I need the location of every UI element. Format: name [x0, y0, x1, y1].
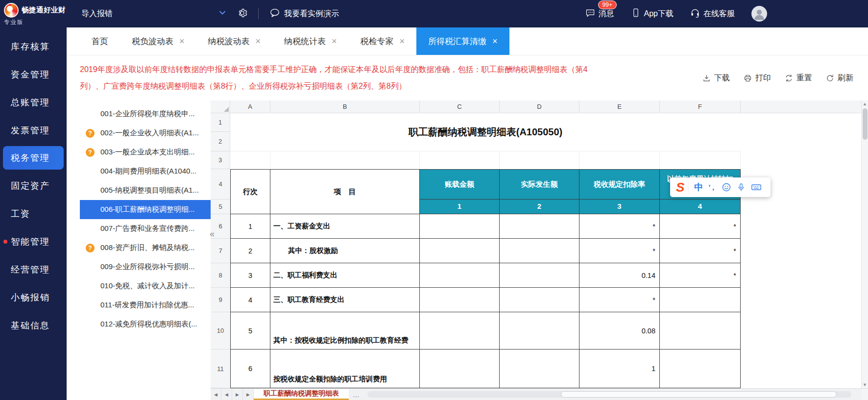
cell-C11[interactable] — [420, 350, 500, 388]
tab-close-icon[interactable]: × — [256, 37, 261, 46]
sheet-more-button[interactable]: … — [349, 389, 363, 400]
report-item-3[interactable]: 004-期间费用明细表(A1040... — [80, 162, 211, 181]
header-data-col-1[interactable]: 实际发生额 — [500, 169, 579, 200]
import-error-dropdown[interactable]: 导入报错 — [81, 9, 226, 19]
emoji-icon[interactable] — [722, 182, 731, 192]
demo-link[interactable]: 我要看实例演示 — [269, 7, 339, 20]
report-item-7[interactable]: ? 008-资产折旧、摊销及纳税... — [80, 238, 211, 257]
cell-E10[interactable]: 0.08 — [579, 312, 660, 350]
horizontal-scroll-thumb[interactable] — [561, 391, 837, 398]
messages-button[interactable]: 99+ 消息 — [585, 8, 614, 20]
row-header-8[interactable]: 8 — [211, 263, 230, 288]
report-item-11[interactable]: 012-减免所得税优惠明细表(... — [80, 315, 211, 334]
header-col-number-3[interactable]: 4 — [660, 200, 741, 214]
cell-D10[interactable] — [500, 312, 579, 350]
sidebar-item-5[interactable]: 固定资产 — [0, 172, 67, 200]
cell-F7[interactable]: * — [660, 239, 741, 263]
column-header-D[interactable]: D — [500, 100, 579, 113]
empty-cell[interactable] — [420, 151, 500, 169]
empty-cell[interactable] — [579, 151, 660, 169]
empty-cell[interactable] — [230, 151, 270, 169]
sidebar-item-1[interactable]: 资金管理 — [0, 60, 67, 88]
cell-F9[interactable] — [660, 288, 741, 312]
cell-B8[interactable]: 二、职工福利费支出 — [270, 263, 420, 288]
report-title-cell[interactable]: 职工薪酬纳税调整明细表(A105050) — [230, 113, 741, 151]
microphone-icon[interactable] — [737, 183, 746, 192]
next-sheet-icon[interactable]: ▶ — [232, 389, 243, 400]
column-header-A[interactable]: A — [230, 100, 270, 113]
cell-C8[interactable] — [420, 263, 500, 288]
cell-B11[interactable]: 按税收规定全额扣除的职工培训费用 — [270, 350, 420, 388]
cell-D11[interactable] — [500, 350, 579, 388]
tab-5[interactable]: 所得税汇算清缴 × — [416, 27, 509, 55]
last-sheet-icon[interactable]: ▶ — [243, 389, 254, 400]
sidebar-item-3[interactable]: 发票管理 — [0, 116, 67, 144]
header-col-number-1[interactable]: 2 — [500, 200, 579, 214]
cell-E8[interactable]: 0.14 — [579, 263, 660, 288]
cell-F11[interactable] — [660, 350, 741, 388]
help-icon[interactable]: ? — [86, 148, 95, 157]
sidebar-item-4[interactable]: 税务管理 — [3, 146, 64, 170]
tab-close-icon[interactable]: × — [179, 37, 185, 46]
cell-F8[interactable]: * — [660, 263, 741, 288]
empty-cell[interactable] — [500, 151, 579, 169]
vertical-scroll-thumb[interactable] — [863, 108, 868, 140]
sidebar-item-0[interactable]: 库存核算 — [0, 32, 67, 60]
tab-4[interactable]: 税检专家 × — [349, 27, 417, 55]
report-item-9[interactable]: 010-免税、减计收入及加计... — [80, 276, 211, 296]
row-header-1[interactable]: 1 — [211, 113, 230, 132]
refresh-button[interactable]: 刷新 — [826, 73, 853, 83]
app-download-button[interactable]: App下载 — [631, 8, 674, 20]
cell-E6[interactable]: * — [579, 214, 660, 239]
tab-3[interactable]: 纳税统计表 × — [272, 27, 349, 55]
sidebar-item-7[interactable]: 智能管理 — [0, 227, 67, 255]
cell-A10[interactable]: 5 — [230, 312, 270, 350]
tab-0[interactable]: 首页 — [80, 27, 120, 55]
ime-language-toggle[interactable]: 中 — [694, 181, 703, 193]
report-item-8[interactable]: 009-企业所得税弥补亏损明... — [80, 257, 211, 276]
row-header-3[interactable]: 3 — [211, 151, 230, 169]
vertical-scrollbar[interactable]: ▲ ▼ — [861, 100, 868, 388]
row-header-9[interactable]: 9 — [211, 288, 230, 312]
tab-close-icon[interactable]: × — [492, 37, 498, 46]
report-item-6[interactable]: 007-广告费和业务宣传费跨... — [80, 219, 211, 238]
cell-C6[interactable] — [420, 214, 500, 239]
download-button[interactable]: 下载 — [702, 73, 730, 83]
scroll-down-icon[interactable]: ▼ — [863, 381, 867, 388]
header-col-number-0[interactable]: 1 — [420, 200, 500, 214]
cell-C9[interactable] — [420, 288, 500, 312]
select-all-corner[interactable] — [211, 100, 230, 113]
cell-E11[interactable]: 1 — [579, 350, 660, 388]
help-icon[interactable]: ? — [86, 244, 95, 252]
cell-E7[interactable]: * — [579, 239, 660, 263]
sidebar-item-8[interactable]: 经营管理 — [0, 255, 67, 283]
cell-D6[interactable] — [500, 214, 579, 239]
cell-D9[interactable] — [500, 288, 579, 312]
reset-button[interactable]: 重置 — [785, 73, 812, 83]
cell-A11[interactable]: 6 — [230, 350, 270, 388]
header-col-number-2[interactable]: 3 — [579, 200, 660, 214]
report-item-10[interactable]: 011-研发费用加计扣除优惠... — [80, 296, 211, 315]
cell-A6[interactable]: 1 — [230, 214, 270, 239]
help-icon[interactable]: ? — [86, 129, 95, 138]
row-header-2[interactable]: 2 — [211, 132, 230, 151]
row-header-10[interactable]: 10 — [211, 312, 230, 350]
column-header-F[interactable]: F — [660, 100, 741, 113]
row-header-5[interactable]: 5 — [211, 200, 230, 214]
empty-cell[interactable] — [660, 151, 741, 169]
cell-F6[interactable]: * — [660, 214, 741, 239]
header-data-col-2[interactable]: 税收规定扣除率 — [579, 169, 660, 200]
cell-B9[interactable]: 三、职工教育经费支出 — [270, 288, 420, 312]
column-header-B[interactable]: B — [270, 100, 420, 113]
sidebar-item-2[interactable]: 总账管理 — [0, 88, 67, 116]
row-header-4[interactable]: 4 — [211, 169, 230, 200]
tab-1[interactable]: 税负波动表 × — [120, 27, 196, 55]
report-item-1[interactable]: ? 002-一般企业收入明细表(A1... — [80, 124, 211, 143]
cell-D7[interactable] — [500, 239, 579, 263]
cell-D8[interactable] — [500, 263, 579, 288]
sidebar-item-6[interactable]: 工资 — [0, 200, 67, 227]
cell-A8[interactable]: 3 — [230, 263, 270, 288]
report-item-4[interactable]: 005-纳税调整项目明细表(A1... — [80, 181, 211, 200]
horizontal-scrollbar[interactable] — [367, 391, 851, 398]
report-item-2[interactable]: ? 003-一般企业成本支出明细... — [80, 143, 211, 162]
